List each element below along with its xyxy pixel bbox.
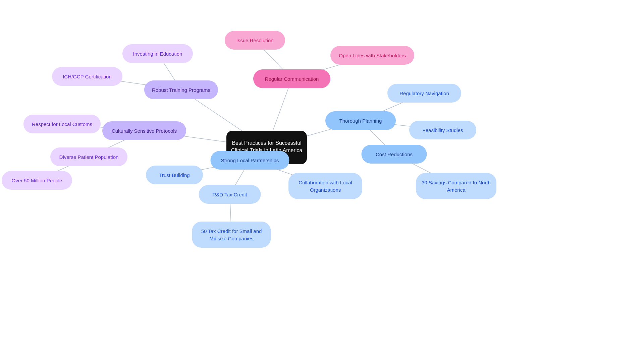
node-issue-resolution: Issue Resolution (225, 31, 285, 50)
svg-text:Robust Training Programs: Robust Training Programs (152, 87, 210, 93)
node-collab-local: Collaboration with LocalOrganizations (288, 173, 362, 199)
svg-text:ICH/GCP Certification: ICH/GCP Certification (63, 74, 112, 79)
svg-text:Regular Communication: Regular Communication (265, 76, 319, 82)
svg-text:Culturally Sensitive Protocols: Culturally Sensitive Protocols (112, 128, 177, 134)
svg-rect-52 (192, 222, 271, 248)
svg-text:30 Savings Compared to North: 30 Savings Compared to North (422, 180, 491, 185)
node-cost-reductions: Cost Reductions (362, 145, 427, 164)
svg-text:Open Lines with Stakeholders: Open Lines with Stakeholders (339, 53, 406, 58)
svg-rect-63 (416, 173, 496, 199)
svg-text:Thorough Planning: Thorough Planning (339, 118, 382, 124)
node-strong-local: Strong Local Partnerships (211, 151, 289, 170)
node-thorough-planning: Thorough Planning (325, 111, 396, 130)
svg-text:Midsize Companies: Midsize Companies (210, 236, 254, 241)
node-investing-education: Investing in Education (122, 44, 193, 63)
svg-text:Regulatory Navigation: Regulatory Navigation (399, 90, 449, 96)
svg-text:50 Tax Credit for Small and: 50 Tax Credit for Small and (201, 228, 262, 234)
node-over-50-million: Over 50 Million People (2, 171, 72, 190)
node-culturally-sensitive: Culturally Sensitive Protocols (102, 121, 186, 140)
node-ich-gcp: ICH/GCP Certification (52, 67, 122, 86)
svg-text:Cost Reductions: Cost Reductions (376, 152, 413, 157)
svg-text:Trust Building: Trust Building (159, 172, 190, 178)
node-30-savings: 30 Savings Compared to NorthAmerica (416, 173, 496, 199)
svg-text:Diverse Patient Population: Diverse Patient Population (59, 154, 119, 160)
svg-text:Feasibility Studies: Feasibility Studies (423, 127, 463, 133)
svg-text:R&D Tax Credit: R&D Tax Credit (212, 192, 247, 197)
mindmap-canvas: Best Practices for SuccessfulClinical Tr… (0, 0, 644, 363)
svg-text:Investing in Education: Investing in Education (133, 51, 182, 57)
node-rd-tax-credit: R&D Tax Credit (199, 185, 261, 204)
svg-text:Collaboration with Local: Collaboration with Local (299, 180, 352, 185)
node-respect-local: Respect for Local Customs (23, 115, 101, 133)
svg-text:Issue Resolution: Issue Resolution (236, 38, 274, 43)
svg-text:Organizations: Organizations (310, 187, 341, 193)
svg-rect-49 (288, 173, 362, 199)
node-open-lines: Open Lines with Stakeholders (330, 46, 414, 65)
node-trust-building: Trust Building (146, 166, 203, 184)
svg-text:Respect for Local Customs: Respect for Local Customs (32, 121, 92, 127)
node-50-tax-credit: 50 Tax Credit for Small andMidsize Compa… (192, 222, 271, 248)
svg-text:Strong Local Partnerships: Strong Local Partnerships (221, 158, 279, 163)
svg-text:America: America (447, 187, 466, 193)
svg-text:Over 50 Million People: Over 50 Million People (12, 178, 62, 183)
node-regulatory-nav: Regulatory Navigation (387, 84, 461, 103)
svg-text:Best Practices for Successful: Best Practices for Successful (232, 140, 301, 146)
node-robust-training: Robust Training Programs (144, 80, 218, 99)
node-regular-communication: Regular Communication (253, 69, 330, 88)
node-diverse-patient: Diverse Patient Population (50, 147, 127, 166)
node-feasibility: Feasibility Studies (409, 121, 476, 139)
